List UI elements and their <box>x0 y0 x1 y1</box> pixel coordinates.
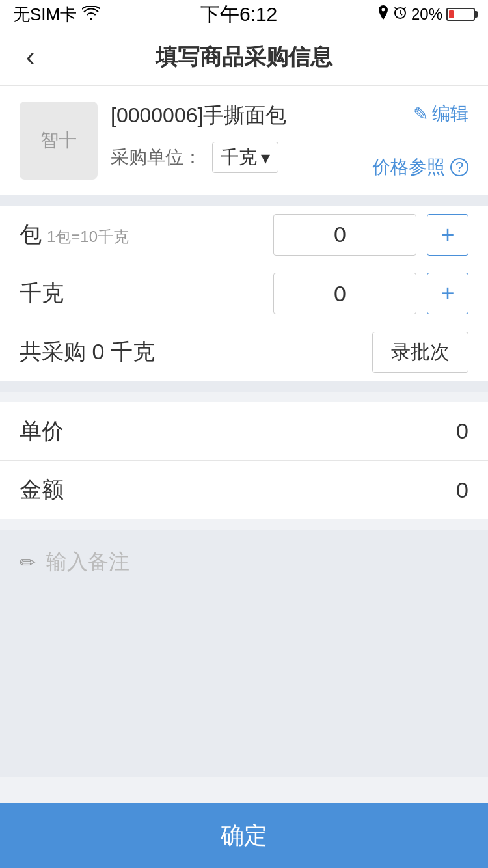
total-row: 共采购 0 千克 录批次 <box>0 323 488 381</box>
kg-input[interactable] <box>273 273 416 314</box>
section-divider-2 <box>0 381 488 392</box>
product-card: 智十 [0000006]手撕面包 采购单位： 千克 ▾ ✎ 编辑 价格参照 ? <box>0 86 488 195</box>
kg-input-row: 千克 + <box>0 264 488 323</box>
bao-sublabel: 1包=10千克 <box>47 228 129 245</box>
price-reference-button[interactable]: 价格参照 ? <box>372 155 468 180</box>
location-icon <box>377 5 389 23</box>
product-thumbnail: 智十 <box>20 102 98 180</box>
unit-price-row: 单价 0 <box>0 402 488 461</box>
product-thumb-label: 智十 <box>40 129 77 152</box>
carrier-label: 无SIM卡 <box>13 3 77 26</box>
unit-value: 千克 <box>221 145 257 170</box>
remark-section[interactable]: ✏ 输入备注 <box>0 530 488 595</box>
bao-plus-button[interactable]: + <box>427 214 468 256</box>
back-button[interactable]: ‹ <box>20 36 41 78</box>
section-divider-1 <box>0 195 488 206</box>
page-title: 填写商品采购信息 <box>156 42 332 72</box>
battery-icon <box>446 8 475 21</box>
status-time: 下午6:12 <box>200 1 277 28</box>
kg-label: 千克 <box>20 278 124 308</box>
remark-placeholder: 输入备注 <box>46 548 129 576</box>
total-label: 共采购 0 千克 <box>20 337 155 367</box>
price-ref-label: 价格参照 <box>372 155 445 180</box>
bao-input-row: 包1包=10千克 + <box>0 206 488 264</box>
confirm-label: 确定 <box>221 820 267 852</box>
empty-area <box>0 595 488 777</box>
price-section: 单价 0 金额 0 <box>0 402 488 519</box>
unit-label: 采购单位： <box>111 145 202 170</box>
bao-label: 包1包=10千克 <box>20 220 129 250</box>
edit-label: 编辑 <box>432 102 468 126</box>
unit-price-label: 单价 <box>20 416 64 446</box>
amount-row: 金额 0 <box>0 461 488 519</box>
amount-value: 0 <box>456 478 468 503</box>
wifi-icon <box>82 5 100 25</box>
dropdown-arrow-icon: ▾ <box>261 147 270 169</box>
kg-plus-button[interactable]: + <box>427 273 468 314</box>
alarm-icon <box>393 5 407 23</box>
edit-icon: ✎ <box>413 103 428 125</box>
status-right: 20% <box>377 5 475 23</box>
nav-bar: ‹ 填写商品采购信息 <box>0 29 488 86</box>
status-left: 无SIM卡 <box>13 3 100 26</box>
confirm-button[interactable]: 确定 <box>0 803 488 868</box>
batch-button[interactable]: 录批次 <box>372 332 468 373</box>
kg-input-wrap: + <box>124 273 468 314</box>
battery-percent: 20% <box>411 5 442 23</box>
pencil-icon: ✏ <box>20 551 36 574</box>
bao-input-wrap: + <box>129 214 468 256</box>
amount-label: 金额 <box>20 475 64 505</box>
unit-select[interactable]: 千克 ▾ <box>212 142 278 173</box>
status-bar: 无SIM卡 下午6:12 20% <box>0 0 488 29</box>
quantity-input-section: 包1包=10千克 + 千克 + <box>0 206 488 323</box>
price-ref-help-icon: ? <box>450 158 468 176</box>
edit-button[interactable]: ✎ 编辑 <box>413 102 468 126</box>
bao-input[interactable] <box>273 214 416 256</box>
unit-price-value: 0 <box>456 418 468 444</box>
